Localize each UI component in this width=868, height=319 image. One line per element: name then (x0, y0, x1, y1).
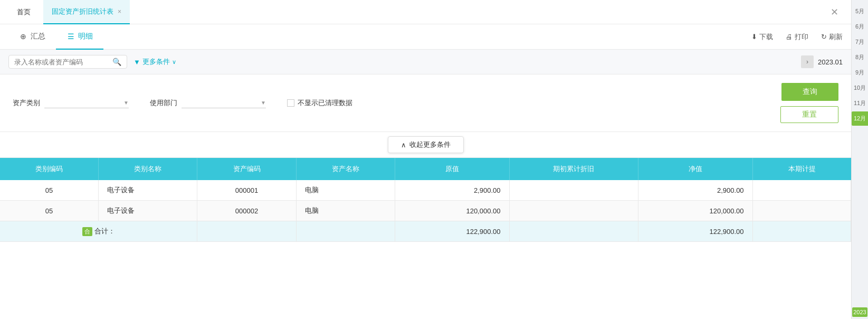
total-icon: 合 合计： (82, 227, 115, 236)
detail-icon: ☰ (66, 32, 75, 41)
tab-actions: ⬇ 下载 🖨 打印 ↻ 刷新 (751, 32, 843, 42)
cell-accumulated-depreciation (509, 180, 638, 201)
asset-category-filter: 资产类别 ▼ (13, 98, 129, 108)
download-label: 下载 (759, 32, 773, 42)
table-row: 05 电子设备 000001 电脑 2,900.00 2,900.00 (0, 180, 851, 201)
cell-net-value: 2,900.00 (638, 180, 752, 201)
tab-close-icon[interactable]: × (118, 8, 121, 15)
cell-asset-code: 000001 (197, 180, 296, 201)
search-input[interactable] (14, 58, 109, 66)
filter-icon: ▼ (133, 58, 140, 66)
col-category-name: 类别名称 (98, 158, 197, 180)
sidebar-month-item[interactable]: 7月 (852, 35, 869, 49)
use-department-arrow-icon: ▼ (261, 100, 266, 106)
hide-cleared-checkbox[interactable]: 不显示已清理数据 (287, 98, 352, 108)
sidebar-month-item[interactable]: 5月 (852, 4, 869, 18)
cell-current-depreciation (752, 180, 851, 201)
tab-summary-label: 汇总 (31, 32, 45, 41)
filter-row: 资产类别 ▼ 使用部门 ▼ 不显示已清理数据 查询 重置 (13, 83, 838, 123)
window-close-button[interactable]: ✕ (826, 4, 843, 20)
search-icon: 🔍 (112, 58, 121, 66)
query-button[interactable]: 查询 (781, 83, 838, 101)
total-row: 合 合计： 122,900.00 122,900.00 (0, 221, 851, 242)
sidebar-month-item[interactable]: 8月 (852, 50, 869, 64)
collapse-icon: ∧ (401, 141, 406, 149)
download-icon: ⬇ (751, 33, 757, 41)
cell-category-name: 电子设备 (98, 180, 197, 201)
sidebar-month-item[interactable]: 11月 (852, 96, 869, 110)
cell-accumulated-depreciation (509, 201, 638, 221)
asset-category-arrow-icon: ▼ (123, 100, 129, 106)
download-button[interactable]: ⬇ 下载 (751, 32, 773, 42)
total-current-depreciation (752, 221, 851, 242)
cell-category-name: 电子设备 (98, 201, 197, 221)
sidebar-month-item[interactable]: 10月 (852, 81, 869, 95)
cell-net-value: 120,000.00 (638, 201, 752, 221)
use-department-select[interactable]: ▼ (182, 98, 266, 108)
print-button[interactable]: 🖨 打印 (786, 32, 808, 42)
right-sidebar: 5月6月7月8月9月10月11月12月2023 (851, 0, 868, 319)
tab-bar: ⊕ 汇总 ☰ 明细 ⬇ 下载 🖨 打印 ↻ 刷新 (0, 24, 851, 50)
filter-area: 资产类别 ▼ 使用部门 ▼ 不显示已清理数据 查询 重置 (0, 74, 851, 132)
cell-current-depreciation (752, 201, 851, 221)
asset-category-select[interactable]: ▼ (44, 98, 129, 108)
hide-cleared-checkbox-box[interactable] (287, 99, 294, 107)
table-container: 类别编码 类别名称 资产编码 资产名称 原值 期初累计折旧 净值 本期计提 05… (0, 158, 851, 319)
top-nav: 首页 固定资产折旧统计表 × ✕ (0, 0, 851, 24)
table-row: 05 电子设备 000002 电脑 120,000.00 120,000.00 (0, 201, 851, 221)
total-label-cell: 合 合计： (0, 221, 197, 242)
refresh-label: 刷新 (829, 32, 843, 42)
tab-detail-label: 明细 (78, 32, 93, 41)
search-bar: 🔍 ▼ 更多条件 ∨ › 2023.01 (0, 50, 851, 74)
more-filter-button[interactable]: ▼ 更多条件 ∨ (133, 57, 176, 67)
total-net-value: 122,900.00 (638, 221, 752, 242)
refresh-icon: ↻ (821, 33, 827, 41)
refresh-button[interactable]: ↻ 刷新 (821, 32, 843, 42)
table-header-row: 类别编码 类别名称 资产编码 资产名称 原值 期初累计折旧 净值 本期计提 (0, 158, 851, 180)
collapse-button[interactable]: ∧ 收起更多条件 (388, 136, 464, 153)
cell-category-code: 05 (0, 201, 98, 221)
collapse-label: 收起更多条件 (409, 140, 451, 149)
tab-detail[interactable]: ☰ 明细 (56, 24, 103, 50)
total-asset-code (197, 221, 296, 242)
search-bar-right: › 2023.01 (801, 55, 843, 68)
nav-home[interactable]: 首页 (8, 0, 39, 24)
print-icon: 🖨 (786, 33, 793, 41)
use-department-label: 使用部门 (150, 98, 177, 108)
summary-icon: ⊕ (19, 32, 27, 41)
filter-buttons: 查询 重置 (780, 83, 838, 123)
cell-asset-name: 电脑 (296, 201, 395, 221)
sidebar-month-item[interactable]: 6月 (852, 20, 869, 34)
date-arrow-button[interactable]: › (801, 55, 814, 68)
total-accumulated-depreciation (509, 221, 638, 242)
print-label: 打印 (795, 32, 808, 42)
date-label: 2023.01 (818, 58, 843, 66)
tab-group: ⊕ 汇总 ☰ 明细 (8, 24, 103, 50)
cell-asset-code: 000002 (197, 201, 296, 221)
total-tag: 合 (82, 227, 92, 236)
data-table: 类别编码 类别名称 资产编码 资产名称 原值 期初累计折旧 净值 本期计提 05… (0, 158, 851, 242)
col-net-value: 净值 (638, 158, 752, 180)
col-current-depreciation: 本期计提 (752, 158, 851, 180)
collapse-bar: ∧ 收起更多条件 (0, 132, 851, 158)
col-accumulated-depreciation: 期初累计折旧 (509, 158, 638, 180)
more-filter-label: 更多条件 (142, 57, 170, 67)
chevron-down-icon: ∨ (172, 59, 176, 65)
reset-button[interactable]: 重置 (780, 106, 838, 123)
nav-active-tab[interactable]: 固定资产折旧统计表 × (43, 0, 130, 24)
sidebar-month-item[interactable]: 9月 (852, 65, 869, 80)
col-asset-code: 资产编码 (197, 158, 296, 180)
col-category-code: 类别编码 (0, 158, 98, 180)
asset-category-label: 资产类别 (13, 98, 40, 108)
use-department-filter: 使用部门 ▼ (150, 98, 266, 108)
tab-summary[interactable]: ⊕ 汇总 (8, 24, 56, 50)
sidebar-year-badge[interactable]: 2023 (852, 307, 867, 317)
sidebar-month-item[interactable]: 12月 (852, 111, 869, 126)
hide-cleared-label: 不显示已清理数据 (298, 98, 352, 108)
col-asset-name: 资产名称 (296, 158, 395, 180)
search-input-wrap[interactable]: 🔍 (8, 55, 127, 69)
total-original-value: 122,900.00 (395, 221, 509, 242)
cell-asset-name: 电脑 (296, 180, 395, 201)
cell-category-code: 05 (0, 180, 98, 201)
total-asset-name (296, 221, 395, 242)
